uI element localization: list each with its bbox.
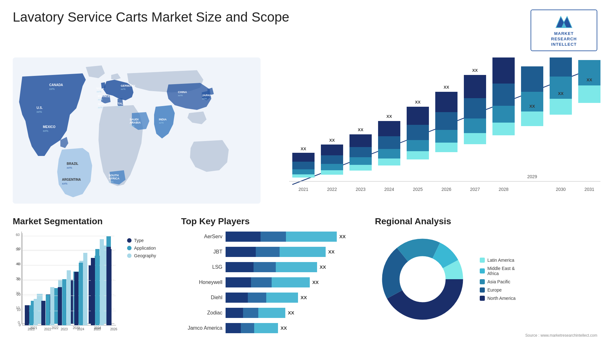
svg-text:50: 50 [17, 247, 21, 251]
growth-chart-svg: XX 2021 XX 2022 XX 2023 [276, 57, 600, 204]
svg-rect-44 [321, 170, 343, 175]
svg-text:2029: 2029 [527, 174, 537, 179]
svg-text:SPAIN: SPAIN [98, 103, 106, 106]
svg-rect-74 [464, 133, 486, 144]
donut-container: Latin America Middle East &Africa Asia P… [375, 232, 597, 327]
player-bar-jamco: XX [226, 323, 365, 333]
svg-rect-156 [67, 270, 71, 325]
svg-text:XX: XX [529, 104, 535, 109]
svg-text:2023: 2023 [61, 327, 68, 331]
player-label-honeywell: XX [312, 280, 319, 285]
svg-rect-71 [435, 92, 458, 112]
svg-text:xx%: xx% [117, 105, 122, 108]
player-label-jbt: XX [328, 249, 335, 254]
svg-rect-52 [349, 147, 372, 157]
svg-text:ARABIA: ARABIA [130, 121, 141, 124]
bar-seg3 [266, 293, 298, 303]
svg-text:xx%: xx% [98, 98, 103, 101]
svg-text:30: 30 [17, 277, 21, 281]
legend-label-application: Application [134, 246, 156, 251]
player-name-lsg: LSG [181, 264, 222, 270]
player-bar-diehl: XX [226, 293, 365, 303]
svg-text:AFRICA: AFRICA [109, 177, 119, 180]
svg-text:XX: XX [358, 127, 363, 132]
svg-text:xx%: xx% [67, 166, 72, 169]
svg-text:BRAZIL: BRAZIL [67, 162, 78, 165]
players-list: AerServ XX JBT [181, 232, 365, 333]
svg-text:20: 20 [17, 293, 21, 296]
legend-color-latin [480, 258, 485, 263]
seg-chart-wrap: 0 10 20 30 40 50 60 [13, 232, 118, 340]
svg-text:XX: XX [329, 138, 335, 143]
player-label-aerserv: XX [339, 234, 346, 239]
bar-seg2 [256, 247, 280, 257]
bar-seg2 [261, 232, 286, 242]
svg-text:2025: 2025 [413, 187, 423, 192]
donut-legend: Latin America Middle East &Africa Asia P… [480, 258, 516, 301]
svg-text:SOUTH: SOUTH [109, 174, 119, 177]
player-bar-honeywell: XX [226, 277, 365, 287]
svg-rect-45 [321, 164, 343, 170]
svg-rect-69 [435, 130, 458, 143]
svg-rect-57 [378, 149, 400, 158]
svg-text:2023: 2023 [356, 187, 365, 192]
svg-text:XX: XX [472, 68, 478, 73]
world-map-container: CANADA xx% U.S. xx% MEXICO xx% BRAZIL xx… [13, 57, 261, 204]
seg-chart-svg-overlay: 0 10 20 30 40 50 [13, 232, 118, 340]
segmentation-title: Market Segmentation [13, 216, 172, 226]
legend-item-middle-east: Middle East &Africa [480, 266, 516, 276]
player-bar-jbt: XX [226, 247, 365, 257]
legend-label-latin: Latin America [487, 258, 514, 263]
svg-text:2024: 2024 [77, 327, 85, 331]
svg-rect-163 [95, 249, 99, 325]
svg-rect-75 [464, 118, 486, 133]
svg-text:xx%: xx% [130, 125, 134, 127]
svg-rect-93 [550, 57, 572, 77]
segmentation-inner: 0 10 20 30 40 50 60 [13, 232, 172, 340]
svg-text:xx%: xx% [62, 182, 67, 185]
bar-diehl [226, 293, 298, 303]
bar-seg1 [226, 293, 248, 303]
svg-text:xx%: xx% [121, 88, 125, 91]
legend-item-geography: Geography [127, 253, 156, 258]
players-title: Top Key Players [181, 216, 365, 226]
svg-text:CHINA: CHINA [178, 91, 187, 94]
bar-zodiac [226, 308, 285, 318]
svg-rect-76 [464, 98, 486, 118]
legend-item-latin-america: Latin America [480, 258, 516, 263]
logo-icon [554, 13, 573, 29]
player-label-zodiac: XX [288, 310, 294, 315]
player-name-jbt: JBT [181, 249, 222, 255]
player-name-jamco: Jamco America [181, 325, 222, 331]
bar-jbt [226, 247, 326, 257]
player-label-lsg: XX [320, 264, 326, 270]
donut-hole [400, 256, 445, 302]
svg-rect-65 [407, 107, 429, 125]
svg-text:0: 0 [19, 323, 21, 327]
svg-text:2024: 2024 [384, 187, 394, 192]
svg-text:xx%: xx% [43, 129, 48, 132]
svg-text:XX: XX [386, 114, 392, 119]
svg-rect-58 [378, 136, 400, 149]
bar-seg3 [272, 277, 310, 287]
svg-text:XX: XX [558, 91, 564, 96]
legend-color-north-america [480, 296, 485, 301]
svg-rect-62 [407, 151, 429, 159]
svg-text:2028: 2028 [498, 187, 508, 192]
legend-label-north-america: North America [487, 296, 516, 301]
svg-text:xx%: xx% [97, 90, 101, 93]
bar-seg2 [243, 308, 258, 318]
bar-seg1 [226, 247, 256, 257]
svg-text:2026: 2026 [110, 327, 118, 331]
svg-text:2022: 2022 [44, 327, 51, 331]
svg-rect-146 [25, 310, 29, 325]
seg-legend: Type Application Geography [127, 232, 156, 340]
top-row: CANADA xx% U.S. xx% MEXICO xx% BRAZIL xx… [13, 57, 597, 210]
logo-text: MARKET RESEARCH INTELLECT [551, 31, 577, 47]
svg-rect-56 [378, 158, 400, 165]
svg-text:2026: 2026 [441, 187, 451, 192]
bar-seg2 [248, 293, 266, 303]
legend-dot-application [127, 246, 132, 250]
player-row-lsg: LSG XX [181, 262, 365, 272]
svg-rect-82 [492, 84, 515, 106]
